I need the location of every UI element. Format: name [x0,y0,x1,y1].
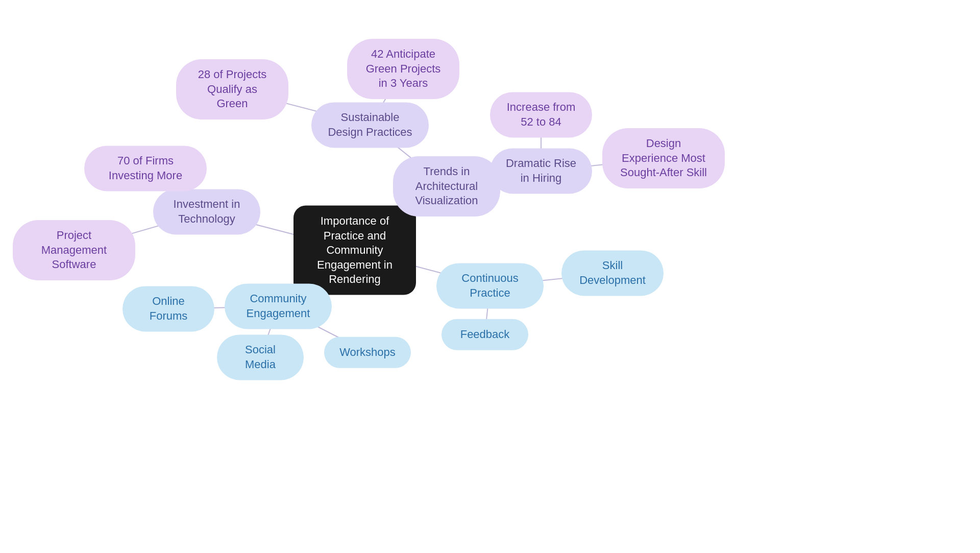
node-sustainable[interactable]: Sustainable Design Practices [311,102,429,148]
node-green-projects[interactable]: 42 Anticipate Green Projects in 3 Years [347,39,459,99]
node-workshops[interactable]: Workshops [324,337,411,368]
node-dramatic-hiring[interactable]: Dramatic Rise in Hiring [490,148,592,194]
node-project-mgmt[interactable]: Project Management Software [13,220,135,280]
node-trends-arch[interactable]: Trends in Architectural Visualization [393,156,500,217]
node-social-media[interactable]: Social Media [217,334,304,380]
node-community-eng[interactable]: Community Engagement [225,283,332,329]
node-firms-investing[interactable]: 70 of Firms Investing More [84,146,207,191]
node-qualify-green[interactable]: 28 of Projects Qualify as Green [176,59,288,119]
node-skill-dev[interactable]: Skill Development [561,250,664,296]
node-investment-tech[interactable]: Investment in Technology [153,189,260,234]
node-feedback[interactable]: Feedback [442,319,528,350]
node-online-forums[interactable]: Online Forums [122,286,214,331]
node-continuous-practice[interactable]: Continuous Practice [436,263,544,308]
center-node[interactable]: Importance of Practice and Community Eng… [293,206,416,295]
node-increase-52-84[interactable]: Increase from 52 to 84 [490,92,592,137]
node-design-exp[interactable]: Design Experience Most Sought-After Skil… [602,128,725,188]
